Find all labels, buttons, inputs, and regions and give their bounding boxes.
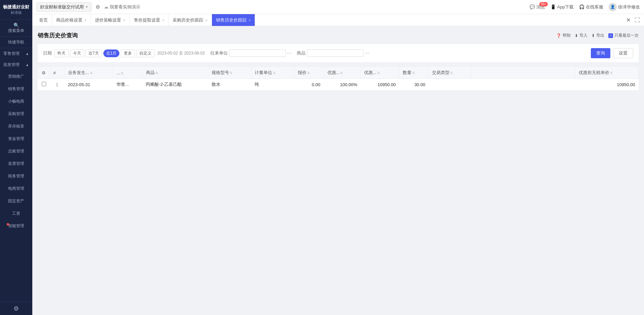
sidebar-item-purchase-label: 采购管理 bbox=[8, 111, 24, 117]
sidebar-item-wholesale[interactable]: 批发管理 ▲ bbox=[0, 59, 32, 70]
app-logo-title: 畅捷通好业财 bbox=[3, 4, 30, 10]
topbar-online-service[interactable]: 🎧 在线客服 bbox=[579, 4, 603, 10]
filter-date-label: 日期 bbox=[43, 50, 52, 56]
tab-home-label: 首页 bbox=[39, 17, 48, 23]
tabbar-close-btn[interactable]: ✕ bbox=[625, 15, 632, 25]
sidebar-item-finance-label: 资金管理 bbox=[8, 136, 24, 142]
topbar-gear-icon[interactable]: ⚙ bbox=[94, 3, 101, 11]
tab-purchase-history-close[interactable]: × bbox=[205, 18, 207, 22]
col-product[interactable]: 商品⇅ bbox=[142, 67, 208, 79]
date-btn-1month[interactable]: 近1月 bbox=[103, 49, 120, 57]
cell-checkbox[interactable] bbox=[38, 79, 50, 91]
cell-trade-type bbox=[429, 79, 472, 91]
col-extra[interactable]: ...⇅ bbox=[113, 67, 143, 79]
date-btn-yesterday[interactable]: 昨天 bbox=[55, 49, 69, 57]
sidebar-item-accounting[interactable]: 总账管理 bbox=[0, 145, 32, 158]
sidebar-item-retail[interactable]: 零售管理 ▲ bbox=[0, 48, 32, 59]
sidebar-item-purchase[interactable]: 采购管理 bbox=[0, 108, 32, 120]
sidebar-item-finance[interactable]: 资金管理 bbox=[0, 133, 32, 145]
sidebar-quick-nav[interactable]: 快捷导航 bbox=[0, 37, 32, 48]
message-badge: 99+ bbox=[539, 2, 548, 6]
col-quantity[interactable]: 数量⇅ bbox=[399, 67, 429, 79]
query-btn[interactable]: 查询 bbox=[591, 48, 610, 58]
user-avatar: 👤 bbox=[609, 3, 617, 11]
col-discount2[interactable]: 优惠...⇅ bbox=[361, 67, 399, 79]
date-btn-more[interactable]: 更多 bbox=[121, 49, 135, 57]
col-discount1[interactable]: 优惠...⇅ bbox=[324, 67, 361, 79]
only-last-checkbox[interactable] bbox=[608, 33, 613, 38]
date-btn-today[interactable]: 今天 bbox=[70, 49, 84, 57]
version-selector-arrow: ▾ bbox=[86, 5, 88, 9]
tab-price-close[interactable]: × bbox=[84, 18, 86, 22]
sidebar-item-marketing[interactable]: 营销推广 bbox=[0, 70, 32, 83]
export-label: 导出 bbox=[596, 33, 604, 38]
sidebar-item-accounting-label: 总账管理 bbox=[8, 148, 24, 154]
col-num: # bbox=[50, 67, 64, 79]
sidebar-item-tax-label: 税务管理 bbox=[8, 173, 24, 179]
tab-extract[interactable]: 售价提取设置 × bbox=[130, 14, 169, 26]
col-spacer bbox=[472, 67, 575, 79]
help-btn[interactable]: ❓ 帮助 bbox=[556, 33, 571, 38]
sidebar-settings-btn[interactable]: ⚙ bbox=[0, 302, 32, 315]
table-row: 1 2023-05-31 华查... 丙烯酸-2-乙基己酯 散水 吨 0.00 … bbox=[38, 79, 639, 91]
cell-spec: 散水 bbox=[208, 79, 251, 91]
tab-extract-close[interactable]: × bbox=[162, 18, 164, 22]
tab-price[interactable]: 商品价格设置 × bbox=[52, 14, 91, 26]
topbar-message[interactable]: 💬 消息 99+ bbox=[530, 4, 545, 10]
cell-extra: 华查... bbox=[113, 79, 143, 91]
sidebar-item-inventory[interactable]: 库存核算 bbox=[0, 120, 32, 133]
app-download-icon: 📱 bbox=[550, 4, 556, 9]
tab-strategy-close[interactable]: × bbox=[123, 18, 125, 22]
cell-spacer bbox=[472, 79, 575, 91]
filter-from-unit-input[interactable] bbox=[229, 49, 286, 57]
topbar-demo-label: 我要看实例演示 bbox=[110, 4, 140, 10]
tab-sales-history-label: 销售历史价跟踪 bbox=[216, 17, 247, 23]
tab-extract-label: 售价提取设置 bbox=[134, 17, 160, 23]
filter-from-unit-dots[interactable]: ··· bbox=[287, 50, 291, 56]
user-name: 徐泽华修改 bbox=[618, 4, 640, 10]
import-btn[interactable]: ⬇ 导入 bbox=[575, 33, 587, 38]
tab-strategy[interactable]: 进价策略设置 × bbox=[91, 14, 130, 26]
tabbar-expand-btn[interactable]: ⛶ bbox=[633, 16, 641, 25]
tab-home[interactable]: 首页 bbox=[35, 14, 52, 26]
sidebar-item-smart-badge bbox=[7, 223, 9, 225]
only-last-checkbox-label[interactable]: 只看最后一次 bbox=[608, 33, 639, 38]
col-pretax-price[interactable]: 优惠前无税单价⇅ bbox=[575, 67, 639, 79]
sidebar-item-payroll[interactable]: 工资 bbox=[0, 207, 32, 220]
setting-btn[interactable]: 设置 bbox=[613, 48, 633, 58]
sidebar-item-ecommerce[interactable]: 电商管理 bbox=[0, 182, 32, 195]
col-unit[interactable]: 计量单位⇅ bbox=[251, 67, 294, 79]
col-gear[interactable]: ⚙ bbox=[38, 67, 50, 79]
sidebar-item-sales[interactable]: 销售管理 bbox=[0, 83, 32, 95]
sidebar-item-fixed-assets[interactable]: 固定资产 bbox=[0, 195, 32, 207]
tab-sales-history[interactable]: 销售历史价跟踪 × bbox=[212, 14, 255, 26]
topbar-app-download[interactable]: 📱 App下载 bbox=[550, 4, 574, 10]
version-selector[interactable]: 好业财标准版交付试用 ▾ bbox=[36, 2, 92, 12]
col-spec[interactable]: 规格型号⇅ bbox=[208, 67, 251, 79]
export-btn[interactable]: ⬆ 导出 bbox=[592, 33, 604, 38]
tab-purchase-history[interactable]: 采购历史价跟踪 × bbox=[169, 14, 212, 26]
help-label: 帮助 bbox=[563, 33, 571, 38]
help-icon: ❓ bbox=[556, 33, 561, 38]
date-btn-7days[interactable]: 近7天 bbox=[85, 49, 102, 57]
sidebar-search[interactable]: 🔍 搜索菜单 bbox=[0, 20, 32, 37]
col-date[interactable]: 业务发生...⇅ bbox=[64, 67, 113, 79]
topbar-user[interactable]: 👤 徐泽华修改 bbox=[609, 3, 640, 11]
sidebar-item-smart[interactable]: 智能管理 bbox=[0, 220, 32, 232]
only-last-label: 只看最后一次 bbox=[614, 33, 639, 38]
table-header-row: ⚙ # 业务发生...⇅ ...⇅ 商品⇅ 规格型号⇅ 计量单位⇅ 报价⇅ 优惠… bbox=[38, 67, 639, 79]
filter-product-input[interactable] bbox=[307, 49, 363, 57]
sidebar-item-ecommerce-label: 电商管理 bbox=[8, 186, 24, 191]
topbar-demo-link[interactable]: ☁ 我要看实例演示 bbox=[104, 4, 140, 10]
col-trade-type[interactable]: 交易类型⇅ bbox=[429, 67, 472, 79]
date-btn-custom[interactable]: 自定义 bbox=[136, 49, 154, 57]
tab-purchase-history-label: 采购历史价跟踪 bbox=[173, 17, 203, 23]
filter-product-dots[interactable]: ··· bbox=[365, 50, 369, 56]
filter-from-unit: 往来单位 ··· bbox=[210, 49, 291, 57]
sidebar-item-wholesale-arrow: ▲ bbox=[26, 63, 29, 67]
sidebar-item-ecommerce-small[interactable]: 小畅电商 bbox=[0, 95, 32, 108]
tab-sales-history-close[interactable]: × bbox=[249, 18, 251, 22]
sidebar-item-tax[interactable]: 税务管理 bbox=[0, 170, 32, 182]
col-price[interactable]: 报价⇅ bbox=[294, 67, 324, 79]
sidebar-item-invoice[interactable]: 发票管理 bbox=[0, 158, 32, 170]
